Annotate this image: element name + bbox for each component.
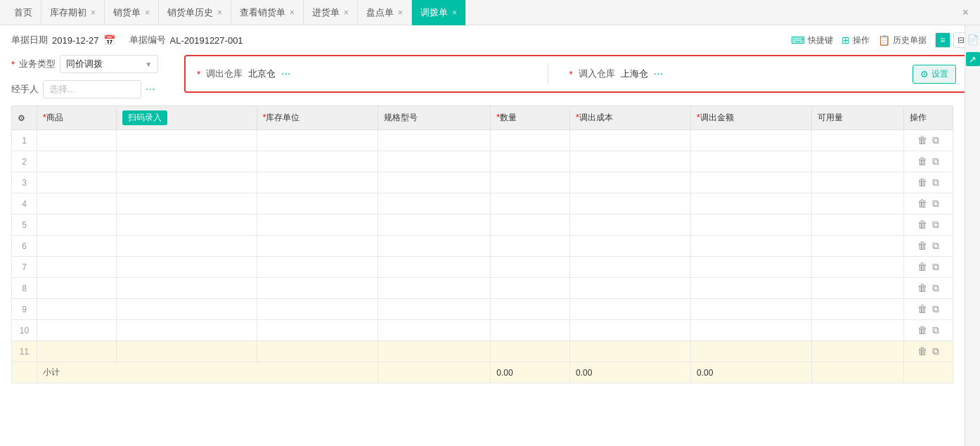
copy-icon-1[interactable]: ⧉ (932, 134, 939, 146)
scan-entry-button[interactable]: 扫码录入 (122, 110, 167, 125)
cell-cost-2[interactable] (570, 151, 691, 172)
tab-sales-order-close[interactable]: × (145, 8, 150, 18)
cell-amount-6[interactable] (691, 236, 812, 257)
cell-spec-5[interactable] (378, 215, 490, 236)
cell-cost-9[interactable] (570, 299, 691, 320)
copy-icon-8[interactable]: ⧉ (932, 282, 939, 293)
sidebar-doc-icon[interactable]: 📄 (966, 32, 980, 46)
cell-amount-4[interactable] (691, 193, 812, 215)
cell-spec-1[interactable] (378, 130, 490, 151)
tab-view-sales-close[interactable]: × (290, 8, 295, 18)
cell-qty-9[interactable] (491, 299, 570, 320)
cell-product-7[interactable] (37, 257, 117, 278)
cell-product-3[interactable] (37, 172, 117, 193)
operations-button[interactable]: ⊞ 操作 (842, 34, 870, 46)
delete-icon-7[interactable]: 🗑 (917, 261, 927, 272)
cell-spec-3[interactable] (378, 172, 490, 193)
delete-icon-1[interactable]: 🗑 (917, 134, 927, 146)
cell-cost-6[interactable] (570, 236, 691, 257)
copy-icon-4[interactable]: ⧉ (932, 198, 939, 209)
cell-product-5[interactable] (37, 215, 117, 236)
cell-cost-7[interactable] (570, 257, 691, 278)
cell-spec-8[interactable] (378, 278, 490, 299)
cell-amount-8[interactable] (691, 278, 812, 299)
cell-unit-1[interactable] (257, 130, 378, 151)
cell-cost-4[interactable] (570, 193, 691, 215)
cell-product-2[interactable] (37, 151, 117, 172)
cell-product-10[interactable] (37, 320, 117, 341)
warehouse-in-more-button[interactable]: ··· (654, 68, 663, 80)
cell-unit-9[interactable] (257, 299, 378, 320)
cell-amount-2[interactable] (691, 151, 812, 172)
delete-icon-9[interactable]: 🗑 (917, 303, 927, 314)
cell-amount-10[interactable] (691, 320, 812, 341)
tab-inventory-count-close[interactable]: × (398, 8, 403, 18)
tab-transfer-order-close[interactable]: × (452, 8, 457, 18)
close-all-tabs-button[interactable]: × (957, 6, 974, 19)
layout-lines-icon[interactable]: ≡ (935, 32, 950, 48)
copy-icon-11[interactable]: ⧉ (932, 345, 939, 357)
table-col-settings[interactable]: ⚙ (12, 106, 37, 130)
cell-spec-6[interactable] (378, 236, 490, 257)
cell-spec-2[interactable] (378, 151, 490, 172)
copy-icon-9[interactable]: ⧉ (932, 303, 939, 314)
agent-select[interactable]: 选择... (43, 80, 141, 98)
tab-purchase-order[interactable]: 进货单 × (304, 0, 358, 25)
settings-button[interactable]: ⚙ 设置 (913, 65, 956, 84)
cell-qty-4[interactable] (491, 193, 570, 215)
delete-icon-11[interactable]: 🗑 (917, 345, 927, 357)
delete-icon-5[interactable]: 🗑 (917, 219, 927, 230)
cell-qty-10[interactable] (491, 320, 570, 341)
tab-view-sales[interactable]: 查看销货单 × (231, 0, 304, 25)
sidebar-export-icon[interactable]: ↗ (966, 52, 980, 66)
tab-sales-order[interactable]: 销货单 × (105, 0, 159, 25)
cell-spec-10[interactable] (378, 320, 490, 341)
delete-icon-4[interactable]: 🗑 (917, 198, 927, 209)
tab-inventory-init-close[interactable]: × (91, 8, 96, 18)
cell-amount-1[interactable] (691, 130, 812, 151)
cell-qty-8[interactable] (491, 278, 570, 299)
delete-icon-2[interactable]: 🗑 (917, 155, 927, 167)
cell-unit-8[interactable] (257, 278, 378, 299)
delete-icon-8[interactable]: 🗑 (917, 282, 927, 293)
copy-icon-3[interactable]: ⧉ (932, 177, 939, 188)
cell-spec-7[interactable] (378, 257, 490, 278)
cell-unit-5[interactable] (257, 215, 378, 236)
history-button[interactable]: 📋 历史单据 (878, 34, 927, 46)
business-type-select[interactable]: 同价调拨 ▼ (60, 55, 158, 73)
tab-purchase-order-close[interactable]: × (344, 8, 349, 18)
cell-qty-6[interactable] (491, 236, 570, 257)
tab-sales-history[interactable]: 销货单历史 × (159, 0, 231, 25)
cell-spec-9[interactable] (378, 299, 490, 320)
cell-amount-5[interactable] (691, 215, 812, 236)
cell-unit-4[interactable] (257, 193, 378, 215)
cell-cost-8[interactable] (570, 278, 691, 299)
cell-cost-1[interactable] (570, 130, 691, 151)
delete-icon-3[interactable]: 🗑 (917, 177, 927, 188)
cell-qty-1[interactable] (491, 130, 570, 151)
warehouse-out-more-button[interactable]: ··· (281, 68, 290, 80)
cell-unit-10[interactable] (257, 320, 378, 341)
copy-icon-7[interactable]: ⧉ (932, 261, 939, 272)
cell-qty-3[interactable] (491, 172, 570, 193)
cell-unit-2[interactable] (257, 151, 378, 172)
cell-cost-10[interactable] (570, 320, 691, 341)
cell-product-9[interactable] (37, 299, 117, 320)
copy-icon-5[interactable]: ⧉ (932, 219, 939, 230)
cell-amount-7[interactable] (691, 257, 812, 278)
cell-qty-5[interactable] (491, 215, 570, 236)
cell-qty-2[interactable] (491, 151, 570, 172)
copy-icon-10[interactable]: ⧉ (932, 324, 939, 336)
tab-home[interactable]: 首页 (6, 0, 41, 25)
calendar-icon[interactable]: 📅 (103, 34, 115, 46)
cell-product-8[interactable] (37, 278, 117, 299)
cell-cost-3[interactable] (570, 172, 691, 193)
copy-icon-6[interactable]: ⧉ (932, 240, 939, 251)
cell-product-1[interactable] (37, 130, 117, 151)
agent-more-button[interactable]: ··· (146, 83, 155, 96)
cell-unit-7[interactable] (257, 257, 378, 278)
cell-cost-5[interactable] (570, 215, 691, 236)
delete-icon-6[interactable]: 🗑 (917, 240, 927, 251)
cell-product-4[interactable] (37, 193, 117, 215)
shortcuts-button[interactable]: ⌨ 快捷键 (791, 34, 833, 46)
